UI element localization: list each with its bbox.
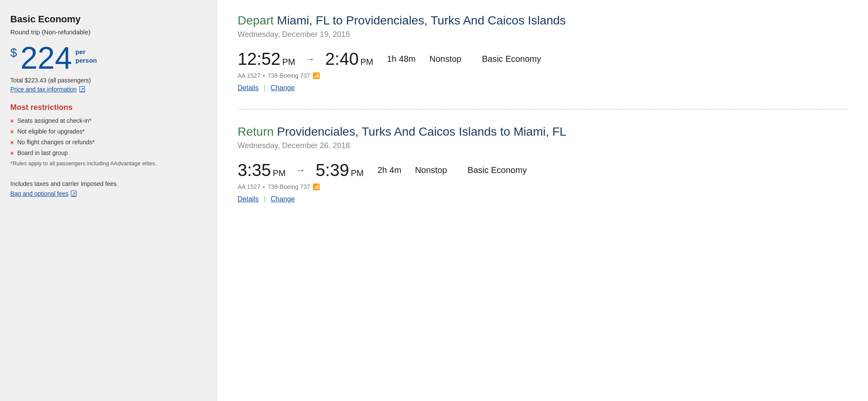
- bag-fees-link[interactable]: Bag and optional fees ↗: [10, 190, 76, 197]
- depart-ampm: PM: [282, 57, 295, 67]
- depart-cabin: Basic Economy: [482, 54, 541, 64]
- arrive-time: 2:40: [325, 49, 359, 69]
- total-price-label: Total $223.43 (all passengers): [10, 77, 206, 84]
- return-details-link[interactable]: Details: [238, 195, 259, 203]
- x-icon-4: ×: [10, 150, 14, 157]
- depart-date: Wednesday, December 19, 2018: [238, 30, 848, 39]
- return-depart-ampm: PM: [273, 168, 285, 178]
- depart-label: Depart: [238, 14, 274, 27]
- depart-nonstop: Nonstop: [429, 54, 461, 64]
- restrictions-title: Most restrictions: [10, 103, 206, 112]
- depart-duration: 1h 48m: [387, 54, 416, 64]
- return-arrive-time-block: 5:39 PM: [316, 161, 364, 180]
- dot-separator: [263, 75, 265, 77]
- x-icon-2: ×: [10, 128, 14, 135]
- rules-note: *Rules apply to all passengers including…: [10, 160, 206, 167]
- return-aircraft: 738-Boeing 737: [267, 183, 310, 190]
- depart-flight-info: AA 1527 738-Boeing 737 📶: [238, 72, 848, 79]
- dollar-sign: $: [10, 46, 17, 60]
- depart-header: Depart Miami, FL to Providenciales, Turk…: [238, 14, 848, 27]
- arrive-ampm: PM: [360, 57, 373, 67]
- depart-time: 12:52: [238, 49, 281, 69]
- depart-flight-number: AA 1527: [238, 72, 261, 79]
- x-icon-1: ×: [10, 118, 14, 125]
- price-amount: 224: [21, 43, 72, 73]
- return-depart-time-block: 3:35 PM: [238, 161, 286, 180]
- arrive-time-block: 2:40 PM: [325, 49, 373, 69]
- return-wifi-icon: 📶: [313, 183, 320, 190]
- return-duration: 2h 4m: [377, 165, 401, 175]
- depart-links: Details | Change: [238, 84, 848, 92]
- depart-times-row: 12:52 PM → 2:40 PM 1h 48m Nonstop Basic …: [238, 49, 848, 69]
- wifi-icon: 📶: [313, 72, 320, 79]
- depart-details-link[interactable]: Details: [238, 84, 259, 92]
- return-date: Wednesday, December 26, 2018: [238, 141, 848, 150]
- depart-route: Miami, FL to Providenciales, Turks And C…: [277, 14, 566, 27]
- return-depart-time: 3:35: [238, 161, 271, 180]
- price-row: $ 224 per person: [10, 43, 206, 73]
- return-flight-number: AA 1527: [238, 183, 261, 190]
- return-route: Providenciales, Turks And Caicos Islands…: [277, 125, 566, 138]
- bag-fees-external-icon: ↗: [71, 191, 76, 197]
- depart-change-link[interactable]: Change: [271, 84, 295, 92]
- return-flight-info: AA 1527 738-Boeing 737 📶: [238, 183, 848, 190]
- depart-section: Depart Miami, FL to Providenciales, Turk…: [238, 14, 848, 92]
- left-sidebar: Basic Economy Round trip (Non-refundable…: [0, 0, 217, 401]
- trip-type-label: Round trip (Non-refundable): [10, 28, 206, 36]
- return-links: Details | Change: [238, 195, 848, 203]
- return-nonstop: Nonstop: [415, 165, 447, 175]
- return-pipe-separator: |: [264, 195, 265, 203]
- depart-time-block: 12:52 PM: [238, 49, 295, 69]
- external-link-icon: ↗: [79, 86, 85, 92]
- pipe-separator: |: [264, 84, 265, 92]
- return-change-link[interactable]: Change: [271, 195, 295, 203]
- includes-text: Includes taxes and carrier imposed fees.: [10, 180, 206, 187]
- return-arrive-ampm: PM: [351, 168, 364, 178]
- restriction-item-2: × Not eligible for upgrades*: [10, 128, 206, 135]
- return-section: Return Providenciales, Turks And Caicos …: [238, 109, 848, 203]
- return-label: Return: [238, 125, 274, 138]
- return-arrow-icon: →: [296, 165, 305, 176]
- return-times-row: 3:35 PM → 5:39 PM 2h 4m Nonstop Basic Ec…: [238, 161, 848, 180]
- arrow-icon: →: [306, 54, 315, 65]
- restriction-item-1: × Seats assigned at check-in*: [10, 117, 206, 125]
- return-dot-separator: [263, 186, 265, 188]
- return-arrive-time: 5:39: [316, 161, 349, 180]
- right-content: Depart Miami, FL to Providenciales, Turk…: [217, 0, 868, 401]
- per-person-label: per person: [76, 48, 97, 64]
- fare-type-title: Basic Economy: [10, 14, 206, 25]
- return-header: Return Providenciales, Turks And Caicos …: [238, 125, 848, 139]
- depart-aircraft: 738-Boeing 737: [267, 72, 310, 79]
- restriction-item-3: × No flight changes or refunds*: [10, 139, 206, 146]
- x-icon-3: ×: [10, 139, 14, 146]
- return-cabin: Basic Economy: [467, 165, 527, 175]
- restriction-item-4: × Board in last group: [10, 149, 206, 157]
- price-tax-link[interactable]: Price and tax information ↗: [10, 86, 85, 93]
